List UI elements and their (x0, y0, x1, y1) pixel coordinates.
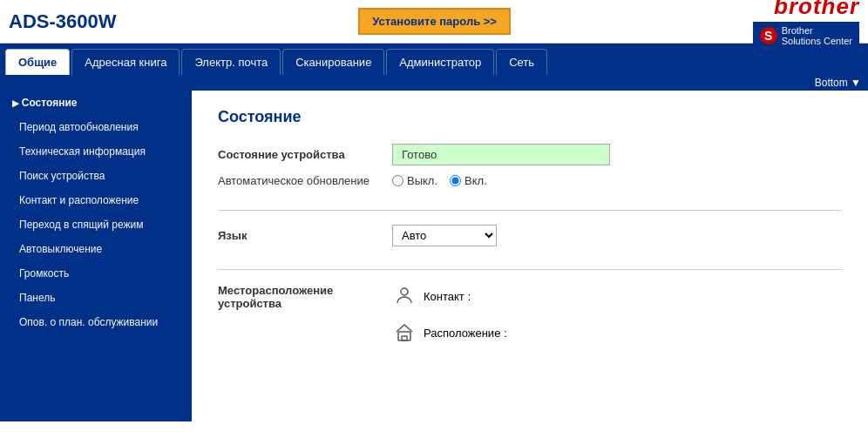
contact-label: Контакт : (424, 290, 471, 303)
nav-tabs: Общие Адресная книга Электр. почта Скани… (0, 44, 868, 75)
sidebar-item-status[interactable]: Состояние (0, 91, 192, 115)
device-status-section: Состояние устройства Автоматическое обно… (218, 144, 842, 211)
sidebar-item-contact-location[interactable]: Контакт и расположение (0, 188, 192, 212)
tab-address-book[interactable]: Адресная книга (71, 49, 180, 75)
device-title: ADS-3600W (9, 10, 116, 33)
sidebar-item-autoupdate-period[interactable]: Период автообновления (0, 115, 192, 139)
device-status-label: Состояние устройства (218, 148, 392, 161)
location-item: Расположение : (392, 320, 842, 345)
auto-update-row: Автоматическое обновление Выкл. Вкл. (218, 174, 842, 187)
device-status-value (392, 144, 842, 165)
auto-update-radio-group: Выкл. Вкл. (392, 174, 842, 187)
bottom-bar: Bottom ▼ (0, 75, 868, 91)
location-value-label: Расположение : (424, 327, 507, 340)
set-password-button[interactable]: Установите пароль >> (358, 8, 511, 35)
header: ADS-3600W Установите пароль >> brother S… (0, 0, 868, 44)
auto-update-off-radio[interactable] (392, 175, 403, 186)
tab-email[interactable]: Электр. почта (181, 49, 281, 75)
auto-update-off-label[interactable]: Выкл. (392, 174, 437, 187)
auto-update-on-label[interactable]: Вкл. (450, 174, 487, 187)
solutions-center-badge: S BrotherSolutions Center (753, 22, 859, 50)
tab-admin[interactable]: Администратор (386, 49, 494, 75)
house-icon (392, 320, 417, 345)
svg-point-0 (401, 288, 408, 295)
brother-logo: brother (774, 0, 859, 20)
content-area: Состояние Состояние устройства Автоматич… (192, 91, 868, 421)
language-value: Авто Русский English (392, 225, 842, 246)
language-row: Язык Авто Русский English (218, 225, 842, 246)
sidebar-item-sleep-mode[interactable]: Переход в спящий режим (0, 212, 192, 237)
device-status-input (392, 144, 610, 165)
header-center: Установите пароль >> (116, 8, 752, 35)
main-layout: Состояние Период автообновления Техничес… (0, 91, 868, 421)
location-row: Месторасположение устройства Контакт : (218, 284, 842, 357)
tab-scan[interactable]: Сканирование (282, 49, 384, 75)
auto-update-off-text: Выкл. (407, 174, 437, 187)
auto-update-on-text: Вкл. (465, 174, 487, 187)
sidebar-item-tech-info[interactable]: Техническая информация (0, 139, 192, 164)
location-values: Контакт : Расположение : (392, 284, 842, 357)
tab-network[interactable]: Сеть (496, 49, 547, 75)
sidebar-item-maintenance[interactable]: Опов. о план. обслуживании (0, 310, 192, 334)
contact-item: Контакт : (392, 284, 842, 308)
sidebar: Состояние Период автообновления Техничес… (0, 91, 192, 421)
bottom-bar-label: Bottom ▼ (815, 77, 861, 89)
auto-update-on-radio[interactable] (450, 175, 461, 186)
solutions-center-icon: S (760, 27, 777, 44)
location-label-col: Месторасположение устройства (218, 284, 392, 310)
header-right: brother S BrotherSolutions Center (753, 0, 859, 50)
person-icon (392, 284, 417, 308)
tab-general[interactable]: Общие (5, 49, 70, 75)
language-label: Язык (218, 229, 392, 242)
svg-rect-2 (402, 336, 407, 340)
page-title: Состояние (218, 108, 842, 126)
solutions-center-text: BrotherSolutions Center (782, 25, 852, 46)
auto-update-value: Выкл. Вкл. (392, 174, 842, 187)
location-section: Месторасположение устройства Контакт : (218, 284, 842, 357)
device-status-row: Состояние устройства (218, 144, 842, 165)
sidebar-item-volume[interactable]: Громкость (0, 261, 192, 286)
sidebar-item-panel[interactable]: Панель (0, 286, 192, 310)
location-label-line2: устройства (218, 297, 281, 310)
sidebar-item-auto-off[interactable]: Автовыключение (0, 237, 192, 261)
sidebar-item-find-device[interactable]: Поиск устройства (0, 164, 192, 188)
auto-update-label: Автоматическое обновление (218, 174, 392, 187)
language-section: Язык Авто Русский English (218, 225, 842, 270)
location-label-line1: Месторасположение (218, 284, 333, 297)
language-select[interactable]: Авто Русский English (392, 225, 497, 246)
